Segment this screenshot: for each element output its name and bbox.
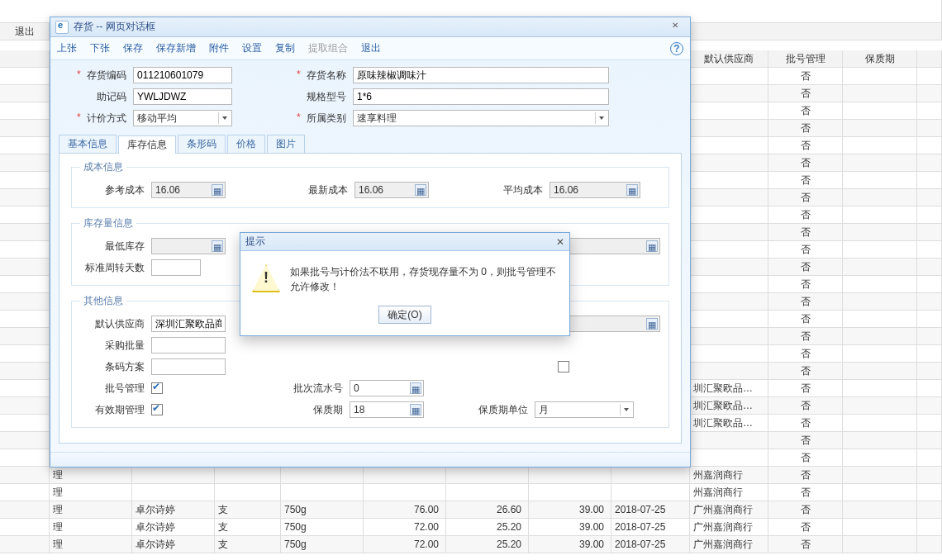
check-expmgmt[interactable] [151, 404, 163, 415]
table-row[interactable]: 理卓尔诗婷支750g76.0026.6039.002018-07-25广州嘉润商… [0, 501, 942, 519]
field-minstock-right[interactable] [569, 238, 660, 254]
lookup-icon [410, 382, 421, 394]
table-row[interactable]: 理卓尔诗婷支750g72.0025.2039.002018-07-25广州嘉润商… [0, 536, 942, 553]
menu-attach[interactable]: 附件 [209, 41, 229, 55]
stock-legend: 库存量信息 [80, 216, 136, 230]
lbl-newcost: 最新成本 [283, 183, 354, 197]
cost-legend: 成本信息 [80, 160, 126, 174]
chevron-down-icon [595, 112, 607, 124]
lbl-category: 所属类别 [282, 112, 353, 126]
lbl-refcost: 参考成本 [80, 183, 151, 197]
menu-savenew[interactable]: 保存新增 [156, 41, 196, 55]
col-shelf: 保质期 [843, 50, 917, 68]
lbl-pricing: 计价方式 [62, 112, 133, 126]
chevron-down-icon [620, 404, 631, 415]
dialog-close-button[interactable]: ✕ [665, 21, 685, 34]
lbl-name: 存货名称 [282, 69, 353, 83]
lbl-serial: 批次流水号 [278, 382, 350, 396]
check-barscheme-right[interactable] [558, 361, 569, 373]
toolbar-exit[interactable]: 退出 [0, 23, 50, 40]
tab-price[interactable]: 价格 [227, 135, 265, 153]
alert-close-button[interactable]: ✕ [556, 236, 564, 248]
field-code[interactable] [133, 67, 232, 83]
inventory-dialog: 存货 -- 网页对话框 ✕ 上张 下张 保存 保存新增 附件 设置 复制 提取组… [50, 17, 691, 467]
lbl-batchmgmt: 批号管理 [80, 382, 151, 396]
lbl-purchase: 采购批量 [80, 339, 151, 353]
lbl-barscheme: 条码方案 [80, 360, 151, 374]
field-shelfunit[interactable]: 月 [535, 401, 634, 418]
cost-fieldset: 成本信息 参考成本 16.06 最新成本 16.06 平均成本 16.06 [71, 160, 669, 208]
menu-settings[interactable]: 设置 [242, 41, 262, 55]
check-batchmgmt[interactable] [151, 382, 163, 394]
menu-save[interactable]: 保存 [123, 41, 143, 55]
lbl-shelf: 保质期 [278, 403, 350, 417]
dialog-title-text: 存货 -- 网页对话框 [74, 20, 665, 34]
field-spec[interactable] [353, 88, 609, 105]
field-turnover[interactable] [151, 259, 201, 276]
field-barscheme[interactable] [151, 358, 226, 375]
table-row[interactable]: 理州嘉润商行否 [0, 484, 942, 501]
lookup-icon [415, 184, 426, 196]
other-legend: 其他信息 [80, 294, 126, 308]
alert-ok-button[interactable]: 确定(O) [378, 306, 431, 324]
alert-titlebar[interactable]: 提示 ✕ [240, 233, 569, 251]
dialog-menubar: 上张 下张 保存 保存新增 附件 设置 复制 提取组合 退出 ? [50, 37, 690, 60]
tab-barcode[interactable]: 条形码 [178, 135, 226, 153]
tab-image[interactable]: 图片 [267, 135, 305, 153]
field-avgcost[interactable]: 16.06 [550, 182, 640, 198]
field-refcost[interactable]: 16.06 [151, 182, 226, 198]
lbl-spec: 规格型号 [282, 90, 353, 104]
menu-next[interactable]: 下张 [90, 41, 110, 55]
field-shelf[interactable]: 18 [350, 401, 424, 418]
lookup-icon [212, 240, 223, 252]
field-supplier[interactable] [151, 316, 226, 332]
menu-extract: 提取组合 [308, 41, 348, 55]
alert-title-text: 提示 [245, 235, 265, 249]
lbl-supplier: 默认供应商 [80, 317, 151, 331]
field-category[interactable]: 速享料理 [353, 110, 609, 126]
tabstrip: 基本信息 库存信息 条形码 价格 图片 [50, 131, 690, 153]
table-row[interactable]: 理州嘉润商行否 [0, 467, 942, 484]
menu-copy[interactable]: 复制 [275, 41, 295, 55]
dialog-app-icon [55, 21, 69, 34]
header-form: 存货编码 存货名称 助记码 规格型号 计价方式 移动平均 所属类别 速享料理 [50, 60, 690, 131]
lbl-avgcost: 平均成本 [478, 183, 550, 197]
lookup-icon [646, 318, 658, 330]
lbl-expmgmt: 有效期管理 [80, 403, 151, 417]
dialog-footer [50, 452, 690, 467]
lbl-turnover: 标准周转天数 [80, 261, 151, 275]
col-batch: 批号管理 [768, 50, 843, 68]
lbl-code: 存货编码 [62, 69, 133, 83]
lbl-minstock: 最低库存 [80, 240, 151, 254]
field-name[interactable] [353, 67, 609, 83]
col-supplier: 默认供应商 [690, 50, 768, 68]
warning-icon [252, 264, 280, 292]
field-category-value: 速享料理 [357, 112, 397, 124]
table-row[interactable]: 理卓尔诗婷支750g72.0025.2039.002018-07-25广州嘉润商… [0, 519, 942, 536]
field-mnem[interactable] [133, 88, 232, 105]
lbl-mnem: 助记码 [62, 90, 133, 104]
lookup-icon [212, 184, 223, 196]
field-pricing-value: 移动平均 [137, 112, 177, 124]
menu-exit[interactable]: 退出 [361, 41, 381, 55]
field-pricing[interactable]: 移动平均 [133, 110, 232, 126]
lookup-icon [410, 404, 421, 415]
lookup-icon [646, 240, 658, 252]
lbl-shelfunit: 保质期单位 [464, 403, 535, 417]
menu-prev[interactable]: 上张 [57, 41, 77, 55]
field-purchase[interactable] [151, 337, 226, 354]
lookup-icon [626, 184, 638, 196]
alert-modal: 提示 ✕ 如果批号与计价法不联用，存货现存量不为 0，则批号管理不允许修改！ 确… [240, 232, 570, 336]
field-newcost[interactable]: 16.06 [354, 182, 429, 198]
help-icon[interactable]: ? [670, 42, 683, 55]
dialog-titlebar[interactable]: 存货 -- 网页对话框 ✕ [50, 17, 690, 37]
field-supplier-right[interactable] [569, 316, 660, 332]
field-serial[interactable]: 0 [350, 380, 424, 396]
alert-text: 如果批号与计价法不联用，存货现存量不为 0，则批号管理不允许修改！ [290, 264, 558, 294]
field-minstock[interactable] [151, 238, 226, 254]
tab-stock[interactable]: 库存信息 [118, 135, 176, 154]
tab-basic[interactable]: 基本信息 [59, 135, 117, 153]
chevron-down-icon [218, 112, 230, 124]
